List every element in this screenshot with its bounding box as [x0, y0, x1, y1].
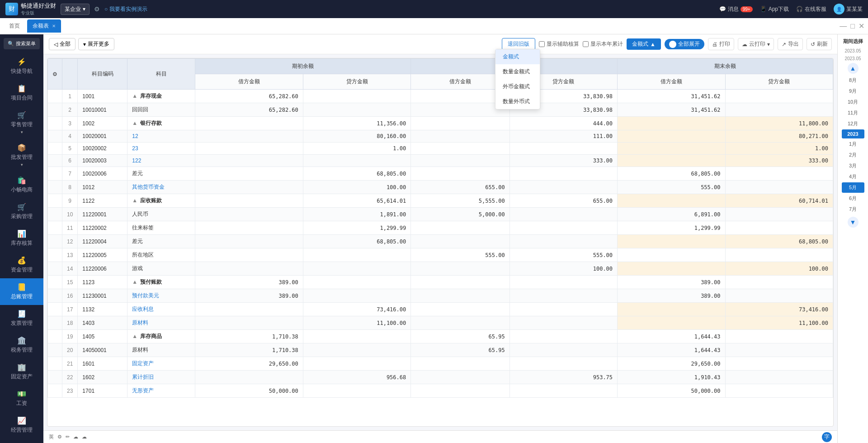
- sidebar-item-tax[interactable]: 🏛️ 税务管理: [0, 332, 43, 358]
- brand: 财 畅捷通好业财 专业版: [5, 2, 56, 16]
- period-month-item[interactable]: 1月: [842, 139, 864, 149]
- window-close-button[interactable]: ✕: [859, 22, 864, 30]
- sidebar-item-ecommerce[interactable]: 🛍️ 小畅电商: [0, 171, 43, 198]
- user-avatar[interactable]: 👤 某某某: [834, 4, 863, 14]
- period-month-item[interactable]: 4月: [842, 171, 864, 182]
- table-row[interactable]: 91122▲ 应收账款65,614.015,555.00655.0060,714…: [48, 194, 833, 208]
- tab-balance[interactable]: 余额表 ✕: [27, 19, 61, 33]
- export-button[interactable]: ↗ 导出: [778, 38, 803, 50]
- row-name-cell: ▲ 预付账款: [127, 276, 195, 289]
- sidebar-item-project[interactable]: 📋 项目合同: [0, 80, 43, 106]
- expand-button[interactable]: ▾ 展开更多: [78, 38, 114, 50]
- period-month-item[interactable]: 2月: [842, 150, 864, 160]
- table-row[interactable]: 171132应收利息73,416.0073,416.00: [48, 303, 833, 316]
- dropdown-item-amount[interactable]: 金额式: [495, 49, 540, 64]
- cloud-print-button[interactable]: ☁ 云打印 ▾: [738, 38, 774, 50]
- sidebar-item-wholesale[interactable]: 📦 批发管理 ▾: [0, 139, 43, 171]
- period-month-item[interactable]: 2023: [842, 129, 864, 138]
- period-nav-down[interactable]: ▼: [848, 217, 859, 228]
- window-minimize-button[interactable]: —: [840, 22, 847, 30]
- period-month-item[interactable]: 12月: [842, 119, 864, 129]
- table-row[interactable]: 181403原材料11,100.0011,100.00: [48, 316, 833, 330]
- table-row[interactable]: 210010001回回回65,282.6033,830.9831,451.62: [48, 103, 833, 117]
- chevron-down-icon: ▾: [83, 6, 85, 12]
- table-row[interactable]: 4100200011280,160.00111.0080,271.00: [48, 130, 833, 143]
- sidebar-item-quick-nav[interactable]: ⚡ 快捷导航: [0, 53, 43, 80]
- dropdown-item-qty-amount[interactable]: 数量金额式: [495, 64, 540, 79]
- dropdown-item-qty-foreign[interactable]: 数量外币式: [495, 94, 540, 109]
- demo-link[interactable]: ○ 我要看实例演示: [104, 5, 147, 13]
- table-row[interactable]: 610020003122333.00333.00: [48, 155, 833, 167]
- tab-close-icon[interactable]: ✕: [52, 24, 56, 29]
- status-chat-button[interactable]: 字: [822, 432, 832, 442]
- table-row[interactable]: 231701无形资产50,000.0050,000.00: [48, 384, 833, 398]
- status-settings-button[interactable]: ⚙: [57, 434, 62, 440]
- expand-all-toggle[interactable]: 全部展开: [665, 39, 704, 49]
- table-row[interactable]: 151123▲ 预付账款389.00389.00: [48, 276, 833, 289]
- status-edit-button[interactable]: ✏: [66, 434, 70, 440]
- sidebar-item-funds[interactable]: 💰 资金管理: [0, 252, 43, 278]
- table-row[interactable]: 1011220001人民币1,891.005,000.006,891.00: [48, 208, 833, 221]
- auxiliary-checkbox-input[interactable]: [539, 41, 545, 47]
- sidebar-item-assets[interactable]: 🏢 固定资产: [0, 358, 43, 385]
- lang-button[interactable]: 英: [49, 433, 54, 440]
- period-month-item[interactable]: 11月: [842, 108, 864, 118]
- show-auxiliary-checkbox[interactable]: 显示辅助核算: [539, 40, 579, 48]
- sidebar-search[interactable]: 🔍 搜索菜单: [4, 38, 40, 49]
- period-month-item[interactable]: 7月: [842, 204, 864, 214]
- period-month-item[interactable]: 8月: [842, 75, 864, 86]
- table-row[interactable]: 1111220002往来标签1,299.991,299.99: [48, 221, 833, 235]
- table-row[interactable]: 1311220005所在地区555.00555.00: [48, 248, 833, 262]
- show-yearly-checkbox[interactable]: 显示本年累计: [583, 40, 623, 48]
- table-row[interactable]: 1611230001预付款美元389.00389.00: [48, 289, 833, 303]
- print-button[interactable]: 🖨 打印: [708, 38, 734, 50]
- sidebar-item-invoice[interactable]: 🧾 发票管理: [0, 305, 43, 332]
- period-month-item[interactable]: 5月: [842, 182, 864, 193]
- row-amount-cell: 1,299.99: [618, 221, 725, 235]
- refresh-button[interactable]: ↺ 刷新: [807, 38, 832, 50]
- sidebar-item-expenses[interactable]: 💳 小畅报销: [0, 438, 43, 443]
- status-cloud2-button[interactable]: ☁: [82, 434, 87, 440]
- row-amount-cell: [303, 330, 410, 343]
- status-cloud1-button[interactable]: ☁: [73, 434, 78, 440]
- period-month-item[interactable]: 10月: [842, 97, 864, 107]
- period-month-item[interactable]: 3月: [842, 161, 864, 171]
- settings-col-header[interactable]: ⚙: [48, 59, 62, 90]
- sidebar-item-operations[interactable]: 📈 经营管理: [0, 412, 43, 438]
- sidebar-item-inventory[interactable]: 📊 库存核算: [0, 225, 43, 252]
- row-amount-cell: 655.00: [411, 181, 509, 194]
- sidebar-item-retail[interactable]: 🛒 零售管理 ▾: [0, 106, 43, 139]
- period-month-item[interactable]: 6月: [842, 193, 864, 204]
- row-num-cell: 12: [62, 235, 78, 248]
- tab-home[interactable]: 首页: [4, 19, 25, 33]
- period-month-item[interactable]: 9月: [842, 86, 864, 96]
- yearly-checkbox-input[interactable]: [583, 41, 589, 47]
- settings-button[interactable]: ⚙: [94, 5, 100, 13]
- app-download-button[interactable]: 📱 App下载: [760, 5, 789, 13]
- table-row[interactable]: 221602累计折旧956.68953.751,910.43: [48, 371, 833, 384]
- sidebar-item-payroll[interactable]: 💵 工资: [0, 385, 43, 412]
- ecommerce-icon: 🛍️: [17, 176, 26, 185]
- sidebar-item-ledger[interactable]: 📒 总账管理: [0, 278, 43, 305]
- dropdown-item-foreign-amount[interactable]: 外币金额式: [495, 79, 540, 94]
- table-row[interactable]: 191405▲ 库存商品1,710.3865.951,644.43: [48, 330, 833, 343]
- window-maximize-button[interactable]: □: [850, 22, 855, 30]
- table-row[interactable]: 211601固定资产29,650.0029,650.00: [48, 357, 833, 371]
- table-row[interactable]: 81012其他货币资金100.00655.00555.00: [48, 181, 833, 194]
- amount-style-button[interactable]: 金额式 ▲: [627, 38, 661, 50]
- table-row[interactable]: 510020002231.001.00: [48, 143, 833, 155]
- table-row[interactable]: 1411220006游戏100.00100.00: [48, 262, 833, 276]
- table-row[interactable]: 710020006差元68,805.0068,805.00: [48, 167, 833, 181]
- table-row[interactable]: 31002▲ 银行存款11,356.00444.0011,800.00: [48, 117, 833, 130]
- message-button[interactable]: 💬 消息 99+: [719, 5, 753, 13]
- table-row[interactable]: 2014050001原材料1,710.3865.951,644.43: [48, 343, 833, 357]
- period-nav-up[interactable]: ▲: [848, 63, 859, 74]
- row-amount-cell: 31,451.62: [618, 103, 725, 117]
- online-service-button[interactable]: 🎧 在线客服: [796, 5, 826, 13]
- table-row[interactable]: 11001▲ 库存现金65,282.6033,830.9831,451.62: [48, 90, 833, 103]
- table-row[interactable]: 1211220004差元68,805.0068,805.00: [48, 235, 833, 248]
- back-old-version-button[interactable]: 退回旧版: [502, 38, 535, 50]
- company-dropdown[interactable]: 某企业 ▾: [61, 4, 90, 15]
- sidebar-item-purchase[interactable]: 🛒 采购管理: [0, 198, 43, 225]
- all-button[interactable]: ◁ 全部: [49, 38, 75, 50]
